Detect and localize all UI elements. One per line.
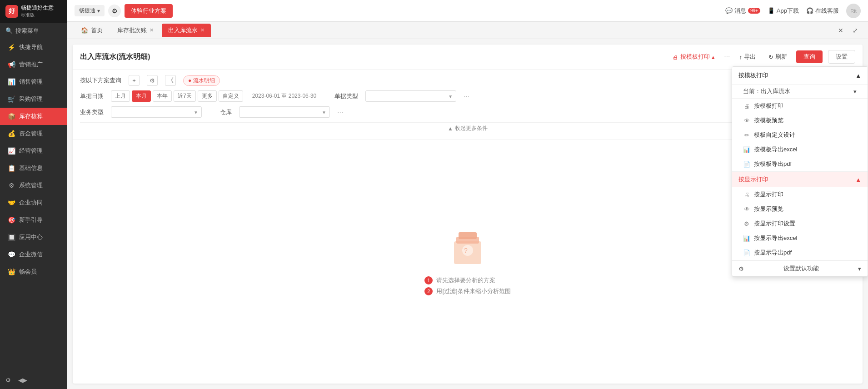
template-excel-label: 按模板导出excel xyxy=(754,145,797,154)
doc-type-select[interactable] xyxy=(365,90,456,102)
purchase-icon: 🛒 xyxy=(7,95,15,103)
sidebar-settings-icon[interactable]: ⚙ xyxy=(5,377,11,384)
online-service-btn[interactable]: 🎧 在线客服 xyxy=(806,7,839,15)
tab-flow-detail-label: 出入库流水 xyxy=(168,26,198,35)
sidebar-item-label: 基础信息 xyxy=(19,164,43,172)
sidebar-item-label: 营销推广 xyxy=(19,60,43,69)
export-btn[interactable]: ↑ 导出 xyxy=(736,51,760,63)
collab-icon: 🤝 xyxy=(7,199,15,206)
app-logo-icon: 好 xyxy=(5,5,18,18)
display-excel-icon: 📊 xyxy=(743,235,750,242)
filter-collapse-btn[interactable]: 《 xyxy=(165,75,176,86)
sidebar-item-label: 应用中心 xyxy=(19,233,43,241)
dropdown-item-template-pdf[interactable]: 📄 按模板导出pdf xyxy=(732,157,868,171)
sidebar-item-guide[interactable]: 🎯 新手引导 xyxy=(0,211,67,229)
dropdown-item-template-excel[interactable]: 📊 按模板导出excel xyxy=(732,142,868,157)
sidebar-item-base-info[interactable]: 📋 基础信息 xyxy=(0,160,67,177)
dropdown-item-template-preview[interactable]: 👁 按模板预览 xyxy=(732,113,868,128)
tab-flow-detail[interactable]: 出入库流水 ✕ xyxy=(162,24,211,37)
export-icon: ↑ xyxy=(739,54,743,60)
display-settings-label: 按显示打印设置 xyxy=(754,219,795,228)
sidebar-item-system[interactable]: ⚙ 系统管理 xyxy=(0,177,67,194)
app-download-label: App下载 xyxy=(777,7,799,15)
footer-chevron: ▾ xyxy=(858,265,861,272)
date-btn-more[interactable]: 更多 xyxy=(198,90,217,102)
sidebar-item-label: 采购管理 xyxy=(19,95,43,103)
query-btn[interactable]: 查询 xyxy=(796,50,823,63)
template-pdf-label: 按模板导出pdf xyxy=(754,160,792,168)
display-preview-icon: 👁 xyxy=(743,206,750,213)
sidebar-item-collab[interactable]: 🤝 企业协同 xyxy=(0,194,67,211)
dropdown-item-template-design[interactable]: ✏ 模板自定义设计 xyxy=(732,128,868,142)
dropdown-item-display-settings[interactable]: ⚙ 按显示打印设置 xyxy=(732,216,868,231)
empty-steps-list: 1 请先选择要分析的方案 2 用[过滤]条件来缩小分析范围 xyxy=(424,276,510,298)
doc-type-more-icon[interactable]: ··· xyxy=(464,92,469,100)
app-download-btn[interactable]: 📱 App下载 xyxy=(768,7,799,15)
date-btn-7days[interactable]: 近7天 xyxy=(174,90,196,102)
date-btn-custom[interactable]: 自定义 xyxy=(219,90,243,102)
operations-icon: 📈 xyxy=(7,147,15,155)
sidebar-search[interactable]: 🔍 搜索菜单 xyxy=(0,23,67,39)
display-print-section[interactable]: 按显示打印 ▲ xyxy=(732,172,868,187)
sidebar-item-app-center[interactable]: 🔲 应用中心 xyxy=(0,229,67,246)
filter-settings-btn[interactable]: ⚙ xyxy=(147,75,158,86)
close-batch-account-tab[interactable]: ✕ xyxy=(150,27,154,33)
warehouse-select[interactable] xyxy=(239,106,330,118)
dropdown-item-display-excel[interactable]: 📊 按显示导出excel xyxy=(732,231,868,245)
close-flow-detail-tab[interactable]: ✕ xyxy=(200,27,205,33)
inventory-icon: 📦 xyxy=(7,113,15,120)
message-badge: 99+ xyxy=(748,8,760,14)
display-print-section-label: 按显示打印 xyxy=(738,175,768,184)
tab-batch-account[interactable]: 库存批次账 ✕ xyxy=(111,24,160,37)
sidebar-item-marketing[interactable]: 📢 营销推广 xyxy=(0,56,67,73)
empty-illustration: ? xyxy=(445,225,490,271)
tabs-expand-btn[interactable]: ⤢ xyxy=(850,25,861,36)
sidebar-item-finance[interactable]: 💰 资金管理 xyxy=(0,125,67,142)
dropdown-footer-default[interactable]: ⚙ 设置默认功能 ▾ xyxy=(732,260,868,276)
refresh-btn[interactable]: ↻ 刷新 xyxy=(765,51,791,63)
tabs-close-btn[interactable]: ✕ xyxy=(835,25,846,36)
sidebar-collapse-btn[interactable]: ◀▶ xyxy=(18,377,27,384)
template-preview-label: 按模板预览 xyxy=(754,116,783,125)
sidebar-item-purchase[interactable]: 🛒 采购管理 xyxy=(0,90,67,108)
date-btn-this-month[interactable]: 本月 xyxy=(132,90,151,102)
sidebar-item-wechat[interactable]: 💬 企业微信 xyxy=(0,246,67,263)
tab-home[interactable]: 🏠 首页 xyxy=(75,24,109,37)
sidebar-item-sales[interactable]: 📊 销售管理 xyxy=(0,73,67,90)
date-btn-last-month[interactable]: 上月 xyxy=(111,90,130,102)
sidebar-item-label: 库存核算 xyxy=(19,112,43,120)
warehouse-more-icon[interactable]: ··· xyxy=(337,108,343,116)
dropdown-item-display-preview[interactable]: 👁 按显示预览 xyxy=(732,202,868,216)
industry-btn[interactable]: 体验行业方案 xyxy=(125,4,173,18)
preview-icon: 👁 xyxy=(743,117,750,124)
dropdown-item-display-pdf[interactable]: 📄 按显示导出pdf xyxy=(732,245,868,260)
print-template-btn[interactable]: 🖨 按模板打印 ▴ xyxy=(669,51,718,63)
footer-settings-icon: ⚙ xyxy=(738,265,744,272)
settings-gear-btn[interactable]: ⚙ xyxy=(108,5,121,17)
dropdown-item-display-print[interactable]: 🖨 按显示打印 xyxy=(732,187,868,202)
sidebar-nav: ⚡ 快捷导航 📢 营销推广 📊 销售管理 🛒 采购管理 📦 库存核算 💰 资金管… xyxy=(0,39,67,371)
dropdown-item-template-print[interactable]: 🖨 按模板打印 xyxy=(732,99,868,113)
sidebar-item-inventory[interactable]: 📦 库存核算 xyxy=(0,108,67,125)
display-print-chevron: ▲ xyxy=(855,176,861,183)
topbar-left: 畅捷通 ▾ ⚙ 体验行业方案 xyxy=(75,4,720,18)
display-preview-label: 按显示预览 xyxy=(754,205,783,213)
headset-icon: 🎧 xyxy=(806,7,813,14)
sidebar-bottom: ⚙ ◀▶ xyxy=(0,371,67,389)
more-dots[interactable]: ··· xyxy=(724,53,730,61)
active-filter-tag[interactable]: ● 流水明细 xyxy=(183,75,220,86)
date-btn-this-year[interactable]: 本年 xyxy=(153,90,172,102)
print-icon: 🖨 xyxy=(743,103,750,110)
sidebar-item-operations[interactable]: 📈 经营管理 xyxy=(0,142,67,160)
display-excel-label: 按显示导出excel xyxy=(754,234,797,242)
user-info[interactable]: 畅捷通 ▾ xyxy=(75,5,105,16)
query-label: 按以下方案查询 xyxy=(80,76,121,85)
sidebar-item-member[interactable]: 👑 畅会员 xyxy=(0,263,67,280)
biz-type-select[interactable] xyxy=(111,106,202,118)
message-btn[interactable]: 💬 消息 99+ xyxy=(725,7,760,15)
sidebar-item-quick-nav[interactable]: ⚡ 快捷导航 xyxy=(0,39,67,56)
add-filter-btn[interactable]: + xyxy=(129,75,140,86)
app-download-icon: 📱 xyxy=(768,7,775,14)
settings-btn[interactable]: 设置 xyxy=(828,50,855,64)
user-avatar[interactable]: Rit xyxy=(846,4,861,18)
